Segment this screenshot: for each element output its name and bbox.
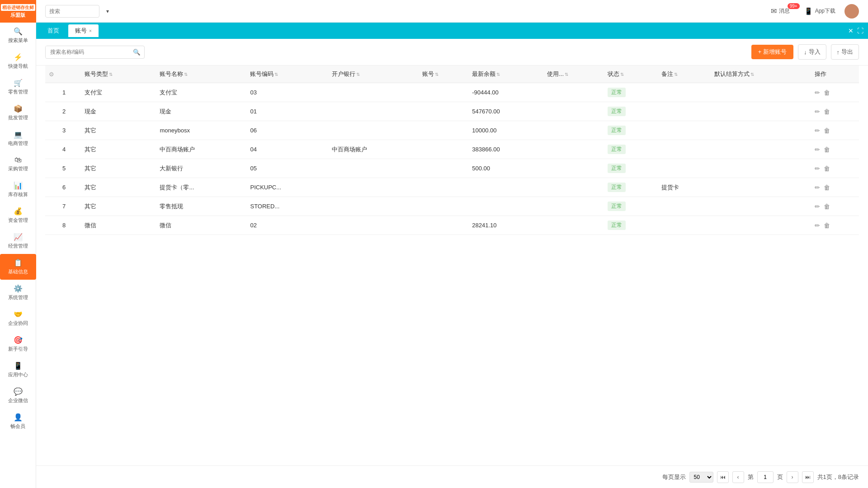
edit-icon-5[interactable]: ✏ [815,184,820,191]
col-default-settlement: 默认结算方式⇅ [711,66,811,83]
row-default-settlement-3 [711,140,811,159]
sidebar-item-search[interactable]: 🔍搜索菜单 [0,23,36,48]
delete-icon-3[interactable]: 🗑 [824,146,830,153]
page-last-button[interactable]: ⏭ [802,471,814,483]
sidebar-item-ecommerce[interactable]: 💻电商管理 [0,126,36,151]
export-button[interactable]: ↑ 导出 [831,44,859,60]
delete-icon-4[interactable]: 🗑 [824,165,830,172]
row-actions-0: ✏ 🗑 [811,83,859,102]
delete-icon-0[interactable]: 🗑 [824,89,830,96]
row-balance-2: 10000.00 [468,121,543,140]
user-avatar[interactable] [844,4,859,19]
col-balance: 最新余额⇅ [468,66,543,83]
tab-maximize-icon[interactable]: ⛶ [857,27,863,34]
row-bank-0 [328,83,419,102]
col-usage: 使用...⇅ [543,66,604,83]
col-bank: 开户银行⇅ [328,66,419,83]
edit-icon-2[interactable]: ✏ [815,127,820,134]
sidebar-item-inventory[interactable]: 📊库存核算 [0,177,36,202]
topbar-app-download[interactable]: 📱 App下载 [804,7,835,15]
row-account-1 [419,102,469,121]
row-actions-6: ✏ 🗑 [811,197,859,216]
tab-home[interactable]: 首页 [41,24,66,37]
topbar-right: ✉ 消息 99+ 📱 App下载 [771,4,859,19]
row-bank-5 [328,178,419,197]
topbar-search-input[interactable] [45,5,99,18]
tab-close-icon[interactable]: ✕ [848,27,854,34]
account-search-input[interactable] [46,46,129,58]
row-actions-7: ✏ 🗑 [811,216,859,235]
nav-icon-wechat: 💬 [14,387,23,396]
add-account-button[interactable]: + 新增账号 [751,45,793,59]
page-first-button[interactable]: ⏮ [717,471,729,483]
delete-icon-5[interactable]: 🗑 [824,184,830,191]
sidebar-item-shortcut[interactable]: ⚡快捷导航 [0,48,36,74]
topbar-msg[interactable]: ✉ 消息 99+ [771,7,795,15]
nav-icon-inventory: 📊 [14,181,23,190]
row-code-4: 05 [246,159,328,178]
row-account-3 [419,140,469,159]
sidebar-item-member[interactable]: 👤畅会员 [0,408,36,434]
logo-top-text: 稻谷进销存生鲜 [1,4,35,11]
sidebar-item-app_center[interactable]: 📱应用中心 [0,357,36,383]
page-number-input[interactable] [757,471,774,483]
sidebar-item-operation[interactable]: 📈经营管理 [0,228,36,254]
row-name-7: 微信 [156,216,246,235]
col-actions: 操作 [811,66,859,83]
sidebar-item-system[interactable]: ⚙️系统管理 [0,280,36,305]
row-actions-5: ✏ 🗑 [811,178,859,197]
table-row: 7 其它 零售抵现 STORED... 正常 ✏ 🗑 [45,197,859,216]
edit-icon-6[interactable]: ✏ [815,203,820,210]
edit-icon-7[interactable]: ✏ [815,222,820,229]
msg-label: 消息 [779,7,790,15]
row-code-0: 03 [246,83,328,102]
settings-icon[interactable]: ⚙ [49,71,54,78]
sidebar-item-guide[interactable]: 🎯新手引导 [0,331,36,357]
delete-icon-7[interactable]: 🗑 [824,222,830,229]
row-balance-3: 383866.00 [468,140,543,159]
col-code: 账号编码⇅ [246,66,328,83]
topbar-left: ▾ [45,5,109,18]
row-status-0: 正常 [604,83,658,102]
delete-icon-1[interactable]: 🗑 [824,108,830,115]
row-balance-0: -90444.00 [468,83,543,102]
page-size-select[interactable]: 50 20 100 [689,472,713,483]
sidebar-item-retail[interactable]: 🛒零售管理 [0,74,36,100]
row-bank-3: 中百商场账户 [328,140,419,159]
sidebar-item-wholesale[interactable]: 📦批发管理 [0,100,36,126]
tab-label-accounts: 账号 [75,27,87,35]
msg-icon: ✉ [771,7,777,15]
row-index-6: 7 [59,197,81,216]
row-code-5: PICKUPC... [246,178,328,197]
edit-icon-4[interactable]: ✏ [815,165,820,172]
row-bank-7 [328,216,419,235]
page-prev-button[interactable]: ‹ [732,471,744,483]
page-next-button[interactable]: › [787,471,798,483]
nav-icon-guide: 🎯 [14,336,23,344]
row-default-settlement-2 [711,121,811,140]
edit-icon-3[interactable]: ✏ [815,146,820,153]
row-type-3: 其它 [81,140,156,159]
sidebar-item-purchase[interactable]: 🛍采购管理 [0,151,36,177]
row-name-6: 零售抵现 [156,197,246,216]
sidebar-item-agreement[interactable]: 🤝企业协同 [0,305,36,331]
delete-icon-6[interactable]: 🗑 [824,203,830,210]
sidebar-item-finance[interactable]: 💰资金管理 [0,202,36,228]
account-search-button[interactable]: 🔍 [129,46,144,58]
row-type-1: 现金 [81,102,156,121]
sidebar-item-basic[interactable]: 📋基础信息 [0,254,36,280]
import-button[interactable]: ↓ 导入 [798,44,826,60]
col-name: 账号名称⇅ [156,66,246,83]
row-gear-2 [45,121,59,140]
edit-icon-0[interactable]: ✏ [815,89,820,96]
row-balance-6 [468,197,543,216]
tab-accounts[interactable]: 账号× [68,24,99,37]
topbar-dropdown[interactable]: ▾ [106,8,109,14]
nav-label-finance: 资金管理 [8,217,28,224]
row-usage-3 [543,140,604,159]
row-account-7 [419,216,469,235]
tab-close-accounts[interactable]: × [89,28,92,33]
edit-icon-1[interactable]: ✏ [815,108,820,115]
delete-icon-2[interactable]: 🗑 [824,127,830,134]
sidebar-item-wechat[interactable]: 💬企业微信 [0,383,36,408]
